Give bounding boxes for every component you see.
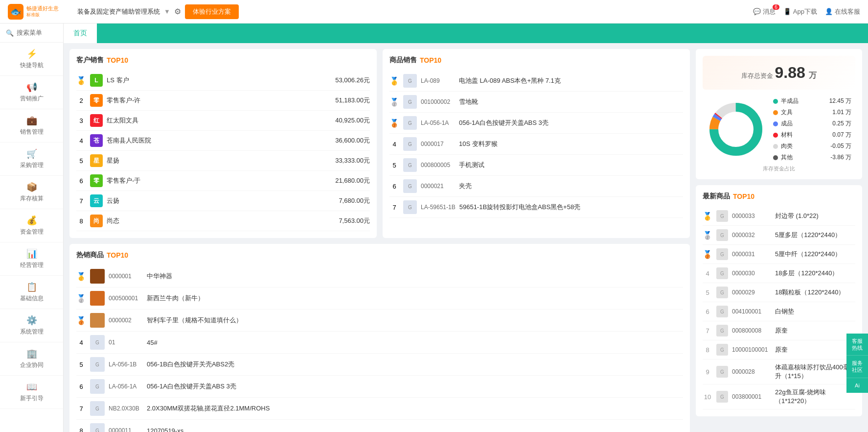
product-image (90, 291, 105, 306)
message-badge: 6 (773, 4, 779, 10)
legend-name: 文具 (781, 108, 829, 117)
medal-silver-icon: 🥈 (703, 231, 712, 240)
rank-indicator: 6 (389, 183, 399, 190)
sidebar-item-finance[interactable]: 💰 资金管理 (0, 209, 63, 242)
hot-product-row: 6 G LA-056-1A 056-1A白色按键开关盖ABS 3壳 (76, 376, 683, 398)
online-service-button[interactable]: 👤 在线客服 (825, 7, 860, 16)
product-thumb: G (403, 200, 417, 214)
tab-home[interactable]: 首页 (64, 24, 97, 43)
customer-name: 苍南县人民医院 (107, 136, 331, 145)
search-menu-button[interactable]: 🔍 搜索菜单 (0, 24, 63, 43)
inventory-amount: 9.88 (775, 64, 805, 81)
product-name: 056-1B白色按键开关壳ABS2壳 (147, 360, 683, 369)
product-thumb-placeholder: G (716, 391, 728, 403)
sidebar-icon: 📖 (26, 382, 37, 392)
sidebar-icon: 📋 (26, 282, 37, 292)
settings-icon[interactable]: ⚙ (174, 7, 181, 16)
customer-amount: 53,006.26元 (335, 76, 370, 85)
product-name: 雪地靴 (459, 97, 683, 106)
sidebar-item-sales[interactable]: 💼 销售管理 (0, 109, 63, 143)
rank-indicator: 🥈 (389, 97, 399, 107)
rank-indicator: 5 (703, 289, 712, 296)
dropdown-arrow-icon[interactable]: ▼ (164, 8, 170, 15)
customer-avatar: 零 (90, 94, 103, 107)
customer-amount: 21,680.00元 (335, 176, 370, 185)
legend-name: 肉类 (781, 142, 827, 150)
legend-dot (773, 155, 778, 160)
sidebar-item-quick-nav[interactable]: ⚡ 快捷导航 (0, 43, 63, 76)
system-name: 装备及固定资产辅助管理系统 (77, 7, 160, 16)
rank-indicator: 🥈 (703, 231, 712, 240)
new-product-row: 9 G 0000028 体疏嘉核味苏打饮品400毫升（1*15） (703, 360, 855, 384)
customer-amount: 51,183.00元 (335, 96, 370, 105)
sidebar-item-system[interactable]: ⚙️ 系统管理 (0, 309, 63, 342)
sidebar-item-guide[interactable]: 📖 新手引导 (0, 376, 63, 409)
sidebar-item-basic[interactable]: 📋 基础信息 (0, 276, 63, 309)
left-panel: 客户销售 TOP10 🥇 L LS 客户 53,006.26元 2 零 零售客户… (69, 49, 690, 432)
product-code: LA-089 (421, 77, 455, 84)
inventory-legend: 半成品 12.45 万 文具 1.01 万 成品 0.25 万 材料 0.07 … (773, 96, 851, 163)
experience-button[interactable]: 体验行业方案 (185, 4, 239, 19)
product-code: 003800001 (732, 393, 771, 400)
medal-bronze-icon: 🥉 (76, 316, 86, 325)
product-name: 体疏嘉核味苏打饮品400毫升（1*15） (775, 363, 855, 381)
service-icon: 👤 (825, 8, 833, 15)
legend-name: 其他 (781, 153, 827, 162)
customer-name: 尚态 (107, 216, 335, 225)
hot-product-row: 7 G NB2.0X30B 2.0X30MM双搓花轴,搓花直径2.1MM/ROH… (76, 398, 683, 420)
product-code: NB2.0X30B (109, 405, 143, 412)
product-name: 原奎 (775, 345, 855, 354)
legend-value: -0.05 万 (830, 142, 851, 150)
product-name: 22g鱼豆腐-烧烤味（1*12*20） (775, 388, 855, 406)
sidebar-item-enterprise[interactable]: 🏢 企业协同 (0, 342, 63, 376)
sidebar-icon: ⚙️ (26, 315, 37, 326)
product-thumb-placeholder: G (716, 306, 728, 317)
sidebar-item-marketing[interactable]: 📢 营销推广 (0, 76, 63, 109)
legend-item: 文具 1.01 万 (773, 107, 851, 118)
product-code: 0000029 (732, 289, 771, 296)
customer-rank-row: 7 云 云扬 7,680.00元 (76, 191, 370, 211)
customer-amount: 7,680.00元 (339, 196, 370, 205)
rank-indicator: 🥇 (389, 76, 399, 86)
customer-amount: 40,925.00元 (335, 116, 370, 125)
hot-product-row: 8 G 0000011 12070519-xs (76, 420, 683, 432)
header: 🐟 畅捷通好生意 标准版 装备及固定资产辅助管理系统 ▼ ⚙ 体验行业方案 💬 … (0, 0, 868, 24)
customer-avatar: 零 (90, 174, 103, 187)
hot-product-row: 🥇 0000001 中华神器 (76, 265, 683, 288)
sidebar-item-purchase[interactable]: 🛒 采购管理 (0, 143, 63, 176)
float-service-button[interactable]: 客服热线 (846, 334, 868, 356)
system-selector[interactable]: 装备及固定资产辅助管理系统 ▼ ⚙ (77, 7, 181, 16)
sidebar-item-operation[interactable]: 📊 经营管理 (0, 242, 63, 276)
sidebar-icon: 📊 (26, 248, 37, 259)
message-button[interactable]: 💬 消息 6 (753, 7, 776, 16)
customer-amount: 7,563.00元 (339, 216, 370, 225)
float-ai-button[interactable]: Ai (846, 378, 868, 393)
product-sales-row: 🥈 G 001000002 雪地靴 (389, 92, 683, 113)
float-community-button[interactable]: 服务社区 (846, 356, 868, 378)
top-area: 客户销售 TOP10 🥇 L LS 客户 53,006.26元 2 零 零售客户… (69, 49, 690, 238)
customer-name: 星扬 (107, 156, 331, 165)
header-actions: 💬 消息 6 📱 App下载 👤 在线客服 (753, 7, 860, 16)
legend-value: -3.86 万 (830, 153, 851, 162)
product-thumb: G (403, 179, 417, 193)
new-product-row: 7 G 000800008 原奎 (703, 321, 855, 340)
product-image-placeholder: G (90, 401, 105, 416)
app-download-button[interactable]: 📱 App下载 (783, 7, 817, 16)
main-content: 客户销售 TOP10 🥇 L LS 客户 53,006.26元 2 零 零售客户… (64, 43, 868, 432)
product-code: 0000031 (732, 251, 771, 258)
new-product-row: 🥉 G 0000031 5厘中纤（1220*2440） (703, 245, 855, 264)
product-name: 12070519-xs (147, 427, 683, 432)
customer-avatar: 尚 (90, 215, 103, 227)
navbar: 首页 (64, 24, 868, 43)
product-name: 手机测试 (459, 161, 683, 169)
product-name: 18多层（1220*2440） (775, 269, 855, 278)
product-thumb-placeholder: G (716, 229, 728, 241)
hot-product-row: 4 G 01 45# (76, 332, 683, 354)
sidebar-item-inventory[interactable]: 📦 库存核算 (0, 176, 63, 209)
search-menu-label: 搜索菜单 (17, 28, 42, 37)
product-code: 000500001 (109, 295, 143, 302)
rank-indicator: 4 (76, 137, 86, 144)
inventory-chart-label: 库存资金占比 (703, 165, 855, 172)
app-label: App下载 (793, 7, 817, 16)
legend-value: 1.01 万 (832, 108, 851, 117)
